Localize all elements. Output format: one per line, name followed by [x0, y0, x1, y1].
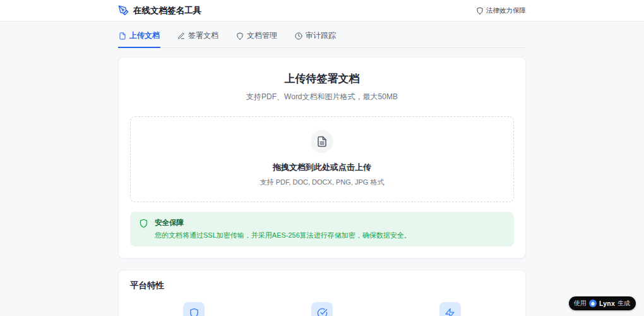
security-note-text: 您的文档将通过SSL加密传输，并采用AES-256算法进行存储加密，确保数据安全…	[155, 231, 411, 240]
tab-label: 签署文档	[188, 30, 218, 41]
feature-icon-box	[311, 302, 333, 316]
app-title: 在线文档签名工具	[133, 5, 201, 16]
pen-nib-logo-icon	[118, 5, 129, 16]
upload-card-subtitle: 支持PDF、Word文档和图片格式，最大50MB	[130, 92, 514, 102]
security-note: 安全保障 您的文档将通过SSL加密传输，并采用AES-256算法进行存储加密，确…	[130, 212, 514, 246]
badge-suffix: 生成	[617, 299, 630, 308]
dropzone-icon-circle	[311, 130, 333, 153]
badge-prefix: 使用	[574, 299, 587, 308]
upload-card: 上传待签署文档 支持PDF、Word文档和图片格式，最大50MB 拖拽文档到此处…	[118, 57, 526, 258]
lightning-icon	[444, 308, 455, 316]
tab-label: 审计跟踪	[306, 30, 336, 41]
dropzone-hint: 支持 PDF, DOC, DOCX, PNG, JPG 格式	[137, 178, 507, 187]
generated-with-lynx-badge[interactable]: 使用 Lynx 生成	[569, 296, 636, 310]
upload-card-title: 上传待签署文档	[130, 71, 514, 86]
security-note-title: 安全保障	[155, 218, 411, 228]
file-icon	[119, 32, 126, 40]
file-text-icon	[316, 136, 328, 147]
check-circle-icon	[317, 308, 328, 316]
features-row: 安全加密 采用AES-256加密算法保护文档安全 法律效力 符合《电子签名法》，…	[130, 302, 514, 316]
upload-dropzone[interactable]: 拖拽文档到此处或点击上传 支持 PDF, DOC, DOCX, PNG, JPG…	[130, 116, 514, 202]
security-note-body: 安全保障 您的文档将通过SSL加密传输，并采用AES-256算法进行存储加密，确…	[155, 218, 411, 240]
tab-audit-trail[interactable]: 审计跟踪	[294, 29, 337, 48]
platform-features-card: 平台特性 安全加密 采用AES-256加密算法保护文档安全	[118, 270, 526, 316]
feature-icon-box	[439, 302, 461, 316]
clock-icon	[295, 32, 302, 40]
tab-label: 文档管理	[247, 30, 277, 41]
tab-document-management[interactable]: 文档管理	[236, 29, 278, 48]
legal-assurance-label: 法律效力保障	[486, 6, 526, 15]
feature-legal-validity: 法律效力 符合《电子签名法》，具备完整法律效力	[258, 302, 386, 316]
shield-icon	[476, 7, 484, 15]
tab-upload-document[interactable]: 上传文档	[118, 29, 160, 48]
shield-icon	[189, 308, 200, 316]
feature-secure-encryption: 安全加密 采用AES-256加密算法保护文档安全	[130, 302, 258, 316]
tab-label: 上传文档	[129, 30, 160, 41]
tab-bar: 上传文档 签署文档 文档管理	[118, 29, 526, 48]
lynx-logo-icon	[589, 300, 597, 307]
app-header: 在线文档签名工具 法律效力保障	[0, 0, 644, 21]
signature-pen-icon	[177, 32, 185, 40]
legal-assurance-badge: 法律效力保障	[476, 6, 526, 15]
shield-icon	[236, 32, 244, 40]
feature-efficient-process: 高效流程 简化签署流程，提升业务处理效率	[386, 302, 514, 316]
shield-icon	[139, 219, 148, 228]
features-card-title: 平台特性	[130, 280, 514, 291]
feature-icon-box	[183, 302, 205, 316]
badge-brand: Lynx	[599, 300, 615, 307]
brand: 在线文档签名工具	[118, 5, 201, 16]
dropzone-title: 拖拽文档到此处或点击上传	[137, 162, 507, 173]
tab-sign-document[interactable]: 签署文档	[177, 29, 219, 48]
